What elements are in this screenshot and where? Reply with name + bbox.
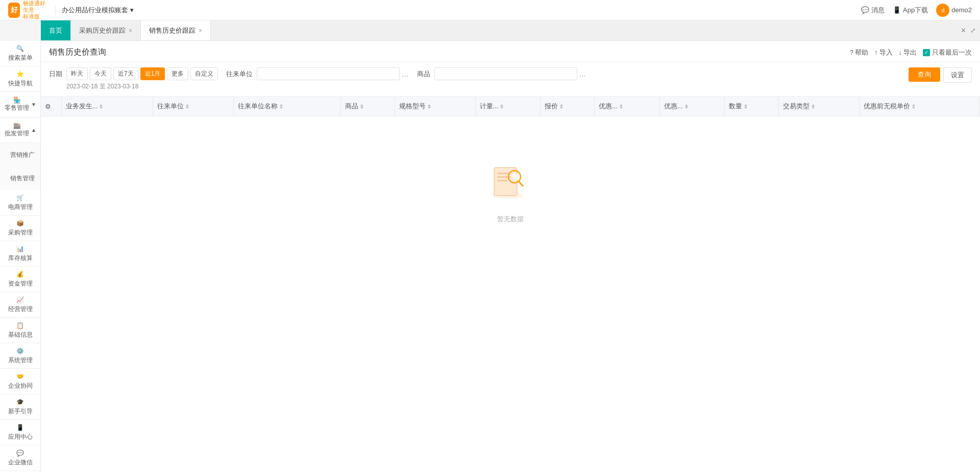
goods-dots[interactable]: ...	[579, 69, 586, 79]
close-window-icon[interactable]: ✕	[961, 27, 966, 34]
wholesale-mgmt-icon: 🏬	[13, 122, 21, 129]
settings-btn[interactable]: 设置	[943, 67, 972, 83]
import-icon: ↑	[874, 49, 878, 56]
page-header-actions: ? 帮助 ↑ 导入 ↓ 导出 ✓ 只看最后一次	[850, 48, 972, 57]
th-discount1[interactable]: 优惠...	[595, 97, 660, 116]
th-spec[interactable]: 规格型号	[395, 97, 475, 116]
sidebar-item-wholesale-mgmt[interactable]: 🏬 批发管理 ▲	[0, 117, 40, 143]
user-profile[interactable]: d demo2	[936, 4, 972, 17]
guide-icon: 🎓	[16, 398, 24, 406]
tab-home[interactable]: 首页	[41, 20, 71, 40]
empty-text: 暂无数据	[497, 215, 524, 224]
data-table: ⚙ 业务发生...	[41, 97, 980, 116]
filter-bar: 日期 昨天 今天 近7天 近1月 更多 自定义 2023-02-18 至 202…	[41, 62, 980, 97]
download-icon: 📱	[893, 6, 901, 14]
avatar: d	[936, 4, 949, 17]
date-btn-yesterday[interactable]: 昨天	[66, 67, 88, 80]
th-unit[interactable]: 计量...	[475, 97, 541, 116]
tab-close-purchase[interactable]: ×	[129, 27, 132, 34]
date-btn-last7[interactable]: 近7天	[113, 67, 138, 80]
sidebar-item-app-center[interactable]: 📱 应用中心	[0, 420, 40, 445]
th-counterparty-name[interactable]: 往来单位名称	[233, 97, 340, 116]
message-btn[interactable]: 💬 消息	[861, 6, 885, 15]
table-header: ⚙ 业务发生...	[41, 97, 980, 116]
counterparty-input[interactable]	[257, 67, 400, 80]
th-counterparty-code[interactable]: 往来单位	[153, 97, 234, 116]
export-btn[interactable]: ↓ 导出	[899, 48, 917, 57]
th-pretax-price[interactable]: 优惠前无税单价	[860, 97, 980, 116]
sort-counterparty-code	[186, 104, 189, 109]
counterparty-filter-group: 往来单位 ...	[226, 67, 408, 80]
logo-area: 好 畅捷通好生意 标准版	[8, 0, 49, 20]
th-discount2[interactable]: 优惠...	[659, 97, 725, 116]
sidebar-item-finance-mgmt[interactable]: 💰 资金管理	[0, 267, 40, 292]
th-biz-date[interactable]: 业务发生...	[61, 97, 153, 116]
sort-trade-type	[812, 104, 815, 109]
sidebar-item-retail-mgmt[interactable]: 🏪 零售管理 ▼	[0, 92, 40, 117]
sidebar-item-quick-nav[interactable]: ⭐ 快捷导航	[0, 66, 40, 92]
goods-input[interactable]	[434, 67, 577, 80]
sort-discount2	[685, 104, 688, 109]
settings-icon: ⚙	[45, 103, 51, 110]
date-btn-custom[interactable]: 自定义	[190, 67, 218, 80]
only-last-checkbox[interactable]: ✓ 只看最后一次	[923, 48, 972, 57]
sidebar-item-basic-info[interactable]: 📋 基础信息	[0, 318, 40, 343]
query-btn[interactable]: 查询	[909, 67, 940, 82]
inventory-icon: 📊	[16, 245, 24, 252]
counterparty-dots[interactable]: ...	[402, 69, 408, 79]
sort-counterparty-name	[280, 104, 283, 109]
help-btn[interactable]: ? 帮助	[850, 48, 868, 57]
sidebar-item-marketing[interactable]: 营销推广	[0, 143, 40, 167]
top-bar-right: 💬 消息 📱 App下载 d demo2	[861, 4, 972, 17]
th-settings[interactable]: ⚙	[41, 97, 61, 116]
import-btn[interactable]: ↑ 导入	[874, 48, 893, 57]
date-range: 2023-02-18 至 2023-03-18	[66, 82, 218, 91]
enterprise-icon: 🤝	[16, 373, 24, 380]
date-btn-today[interactable]: 今天	[90, 67, 111, 80]
maximize-icon[interactable]: ⤢	[970, 27, 976, 34]
sidebar-item-enterprise-wechat[interactable]: 💬 企业微信	[0, 445, 40, 471]
sidebar-item-purchase-mgmt[interactable]: 📦 采购管理	[0, 216, 40, 241]
export-icon: ↓	[899, 49, 902, 56]
app-download-btn[interactable]: 📱 App下载	[893, 6, 928, 15]
date-filter: 昨天 今天 近7天 近1月 更多 自定义 2023-02-18 至 2023-0…	[66, 67, 218, 91]
help-icon: ?	[850, 49, 853, 56]
tab-sales-history[interactable]: 销售历史价跟踪 ×	[141, 20, 211, 40]
quick-nav-icon: ⭐	[16, 70, 24, 78]
search-menu-icon: 🔍	[16, 45, 24, 52]
th-price[interactable]: 报价	[541, 97, 595, 116]
basic-info-icon: 📋	[16, 322, 24, 329]
page-title: 销售历史价查询	[49, 47, 106, 58]
svg-point-7	[511, 173, 518, 180]
date-btn-last1m[interactable]: 近1月	[140, 67, 165, 80]
date-buttons: 昨天 今天 近7天 近1月 更多 自定义	[66, 67, 218, 80]
logo-text: 畅捷通好生意 标准版	[23, 0, 49, 20]
th-goods[interactable]: 商品	[340, 97, 395, 116]
tab-purchase-history[interactable]: 采购历史价跟踪 ×	[71, 20, 141, 40]
th-quantity[interactable]: 数量	[725, 97, 779, 116]
goods-input-group: ...	[434, 67, 586, 80]
th-trade-type[interactable]: 交易类型	[779, 97, 860, 116]
date-btn-more[interactable]: 更多	[167, 67, 188, 80]
app-selector[interactable]: 办公用品行业模拟账套 ▾	[55, 6, 134, 15]
finance-icon: 💰	[16, 271, 24, 278]
sidebar-item-ops-mgmt[interactable]: 📈 经营管理	[0, 292, 40, 318]
content-area: 销售历史价查询 ? 帮助 ↑ 导入 ↓ 导出 ✓ 只看最后一次	[41, 41, 980, 472]
sidebar-item-ecommerce-mgmt[interactable]: 🛒 电商管理	[0, 190, 40, 216]
app-center-icon: 📱	[16, 424, 24, 431]
svg-rect-1	[494, 168, 517, 196]
tab-close-sales[interactable]: ×	[199, 27, 202, 34]
main-layout: 🔍 搜索菜单 ⭐ 快捷导航 🏪 零售管理 ▼ 🏬 批发管理 ▲ 营销推广 销售管	[0, 41, 980, 472]
sidebar-item-sales-mgmt[interactable]: 销售管理	[0, 167, 40, 190]
svg-rect-4	[497, 180, 507, 181]
sidebar-item-newbie-guide[interactable]: 🎓 新手引导	[0, 394, 40, 420]
top-bar-left: 好 畅捷通好生意 标准版 办公用品行业模拟账套 ▾	[8, 0, 134, 20]
goods-label: 商品	[417, 67, 430, 79]
sidebar-item-inventory[interactable]: 📊 库存核算	[0, 241, 40, 267]
sidebar-item-search-menu[interactable]: 🔍 搜索菜单	[0, 41, 40, 66]
retail-mgmt-icon: 🏪	[13, 97, 21, 104]
sidebar-item-enterprise[interactable]: 🤝 企业协同	[0, 369, 40, 394]
date-label: 日期	[49, 67, 62, 79]
sort-unit	[500, 104, 503, 109]
sidebar-item-system-mgmt[interactable]: ⚙️ 系统管理	[0, 343, 40, 369]
